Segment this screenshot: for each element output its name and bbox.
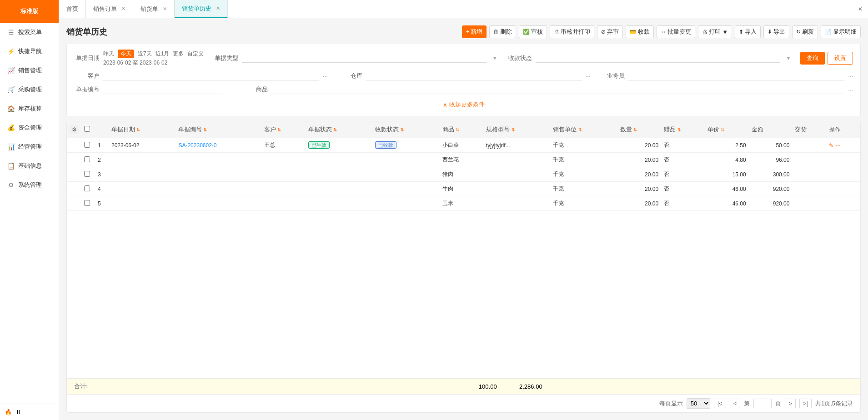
select-all-checkbox[interactable] [84, 126, 90, 132]
tab-sales-order[interactable]: 销售订单 ✕ [86, 0, 133, 18]
sidebar-item-quick-nav[interactable]: ⚡ 快捷导航 [0, 42, 59, 61]
last-page-btn[interactable]: >| [799, 399, 812, 408]
collect-button[interactable]: 💳 收款 [626, 25, 654, 38]
export-button[interactable]: ⬇ 导出 [763, 25, 789, 38]
row-amount-2: 300.00 [749, 167, 793, 182]
shortcut-custom[interactable]: 自定义 [187, 50, 204, 58]
print-dropdown-icon: ▼ [722, 29, 728, 35]
sidebar-item-sales-mgmt[interactable]: 📈 销售管理 [0, 61, 59, 80]
audit-button[interactable]: ✅ 审核 [519, 25, 547, 38]
salesperson-dots[interactable]: ··· [848, 73, 853, 80]
prev-page-btn[interactable]: < [730, 399, 741, 408]
next-page-btn[interactable]: > [785, 399, 796, 408]
row-goods-0: 小白菜 [440, 138, 483, 153]
tab-close-all[interactable]: ✕ [853, 6, 868, 12]
th-customer[interactable]: 客户⇅ [261, 121, 305, 138]
table-wrapper: ⚙ 单据日期⇅ 单据编号⇅ [66, 121, 861, 413]
row-doc-number-1[interactable] [176, 153, 261, 167]
tab-sales-goods[interactable]: 销货单 ✕ [133, 0, 175, 18]
edit-btn-0[interactable]: ✎ [829, 142, 833, 149]
th-doc-number[interactable]: 单据编号⇅ [176, 121, 261, 138]
warehouse-dots[interactable]: ··· [586, 73, 591, 80]
th-doc-date[interactable]: 单据日期⇅ [109, 121, 176, 138]
row-seq-1: 2 [95, 153, 109, 167]
row-doc-number-3[interactable] [176, 182, 261, 196]
row-checkbox-4[interactable] [81, 196, 95, 211]
sidebar-bottom-icon1[interactable]: 🔥 [5, 409, 12, 415]
th-qty[interactable]: 数量⇅ [617, 121, 661, 138]
shortcut-last1m[interactable]: 近1月 [156, 50, 170, 58]
th-pay-status[interactable]: 收款状态⇅ [372, 121, 439, 138]
row-pay-status-3 [372, 182, 439, 196]
delete-button[interactable]: 🗑 删除 [489, 25, 516, 38]
goods-input[interactable] [271, 85, 844, 94]
row-pay-status-0: 已收款 [372, 138, 439, 153]
shortcut-more[interactable]: 更多 [173, 50, 184, 58]
salesperson-input[interactable] [628, 71, 844, 80]
collect-status-select[interactable] [536, 54, 780, 63]
th-spec[interactable]: 规格型号⇅ [483, 121, 550, 138]
sidebar-item-label: 资金管理 [18, 124, 42, 132]
tab-sales-order-close[interactable]: ✕ [121, 6, 125, 12]
show-detail-button[interactable]: 📄 显示明细 [821, 25, 861, 38]
print-button[interactable]: 🖨 打印 ▼ [698, 25, 732, 38]
row-qty-4: 20.00 [617, 196, 661, 211]
collapse-btn[interactable]: ∧ 收起更多条件 [74, 99, 853, 110]
th-goods[interactable]: 商品⇅ [440, 121, 483, 138]
row-customer-0: 王总 [261, 138, 305, 153]
sidebar-item-search-menu[interactable]: ☰ 搜索菜单 [0, 23, 59, 42]
row-gift-2: 否 [661, 167, 705, 182]
tab-sales-goods-close[interactable]: ✕ [163, 6, 167, 12]
row-checkbox-0[interactable] [81, 138, 95, 153]
query-button[interactable]: 查询 [800, 52, 825, 65]
th-gift[interactable]: 赠品⇅ [661, 121, 705, 138]
first-page-btn[interactable]: |< [714, 399, 726, 408]
sidebar-item-fund-mgmt[interactable]: 💰 资金管理 [0, 118, 59, 137]
per-page-label: 每页显示 [659, 400, 683, 408]
sidebar-item-purchase-mgmt[interactable]: 🛒 采购管理 [0, 80, 59, 99]
row-doc-number-0[interactable]: SA-20230602-0 [176, 138, 261, 153]
sidebar-item-label: 经营管理 [18, 143, 42, 151]
row-doc-number-4[interactable] [176, 196, 261, 211]
th-doc-status[interactable]: 单据状态⇅ [306, 121, 372, 138]
goods-dots[interactable]: ··· [848, 86, 853, 93]
page-number-input[interactable]: 1 [753, 399, 772, 408]
sidebar-item-stock-calc[interactable]: 🏠 库存核算 [0, 99, 59, 118]
import-button[interactable]: ⬆ 导入 [735, 25, 761, 38]
customer-dots[interactable]: ··· [323, 73, 328, 80]
audit-print-button[interactable]: 🖨 审核并打印 [550, 25, 594, 38]
batch-change-button[interactable]: ↔ 批量变更 [657, 25, 695, 38]
customer-input[interactable] [103, 71, 319, 80]
row-customer-4 [261, 196, 305, 211]
tab-home[interactable]: 首页 [59, 0, 86, 18]
row-doc-number-2[interactable] [176, 167, 261, 182]
more-btn-0[interactable]: ⋯ [835, 142, 841, 149]
tab-sales-history-close[interactable]: ✕ [216, 5, 220, 11]
abandon-button[interactable]: ⊘ 弃审 [597, 25, 623, 38]
tab-sales-history[interactable]: 销货单历史 ✕ [175, 0, 228, 18]
setting-button[interactable]: 设置 [828, 52, 853, 65]
shortcut-today[interactable]: 今天 [118, 50, 134, 58]
doc-number-input[interactable] [103, 85, 221, 94]
doc-type-select[interactable] [242, 54, 487, 63]
sidebar-item-sys-mgmt[interactable]: ⚙ 系统管理 [0, 175, 59, 195]
refresh-button[interactable]: ↻ 刷新 [792, 25, 818, 38]
th-price[interactable]: 单价⇅ [705, 121, 748, 138]
row-checkbox-3[interactable] [81, 182, 95, 196]
th-unit[interactable]: 销售单位⇅ [550, 121, 617, 138]
config-icon[interactable]: ⚙ [70, 125, 79, 134]
per-page-select[interactable]: 50 100 200 [687, 398, 710, 409]
shortcut-yesterday[interactable]: 昨天 [103, 50, 114, 58]
sidebar-item-basic-info[interactable]: 📋 基础信息 [0, 156, 59, 175]
shortcut-last7[interactable]: 近7天 [138, 50, 152, 58]
th-checkbox[interactable] [81, 121, 95, 138]
row-checkbox-1[interactable] [81, 153, 95, 167]
new-button[interactable]: + 新增 [462, 25, 487, 38]
row-spec-3 [483, 182, 550, 196]
row-doc-status-3 [306, 182, 372, 196]
th-config[interactable]: ⚙ [67, 121, 81, 138]
sidebar-item-ops-mgmt[interactable]: 📊 经营管理 [0, 137, 59, 156]
warehouse-input[interactable] [366, 71, 582, 80]
row-checkbox-2[interactable] [81, 167, 95, 182]
sidebar-bottom-icon2[interactable]: ⏸ [15, 409, 21, 415]
